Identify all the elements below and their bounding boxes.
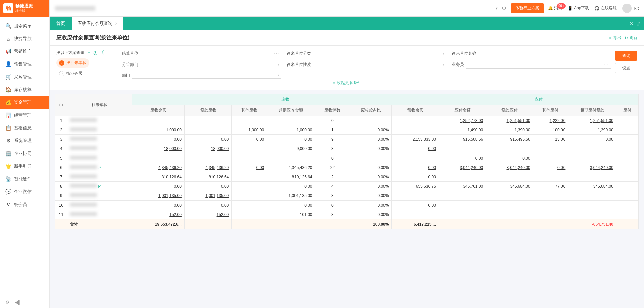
sidebar-item-finance[interactable]: 💰 资金管理 (0, 96, 49, 109)
partner-cell (67, 210, 132, 219)
search-icon: 🔍 (5, 23, 11, 29)
sidebar-item-guide[interactable]: 🌟 新手引导 (0, 160, 49, 173)
add-scheme-icon[interactable]: ＋ (87, 50, 91, 56)
table-row: 11152.00152.00101.0030.00% (55, 210, 639, 219)
sidebar-label-marketing: 营销推广 (14, 48, 32, 54)
footer-gear (55, 219, 67, 229)
partner-cell (67, 135, 132, 144)
maximize-icon[interactable]: ⤢ (636, 20, 641, 27)
sidebar-collapse-btn[interactable]: ◀▌ (15, 300, 21, 305)
salesperson-input[interactable]: ··· (466, 61, 611, 69)
sidebar-item-basic[interactable]: 📋 基础信息 (0, 122, 49, 134)
sidebar-item-sales[interactable]: 👤 销售管理 (0, 58, 49, 71)
filter-area: 按以下方案查询 ＋ ◎ 《 ✓ 按往来单位 ○ 按业务员 (50, 46, 644, 90)
col-ar-count: 应收笔数 (315, 105, 350, 116)
sidebar-item-hardware[interactable]: 📡 智能硬件 (0, 173, 49, 185)
sidebar-item-operation[interactable]: 📊 经营管理 (0, 109, 49, 122)
filter-field-settlement: 结算单位 ··· (122, 50, 281, 57)
sidebar-item-marketing[interactable]: 📢 营销推广 (0, 45, 49, 58)
sidebar-item-corp[interactable]: 🏢 企业协同 (0, 147, 49, 160)
topbar-dropdown[interactable]: ▾ (496, 6, 498, 11)
sidebar-item-wechat[interactable]: 💬 企业微信 (0, 185, 49, 198)
breadcrumb (55, 6, 492, 11)
collapse-scheme-icon[interactable]: 《 (99, 50, 104, 56)
table-row: 8 P0.000.000.0040.00%655,636.75345,761.0… (55, 182, 639, 191)
user-avatar[interactable]: Rit (622, 4, 639, 13)
online-service-label: 在线客服 (601, 5, 617, 11)
partner-name-input[interactable] (478, 52, 611, 55)
hardware-icon: 📡 (5, 176, 11, 182)
basic-icon: 📋 (5, 125, 11, 131)
page-body: 应收应付余额查询(按往来单位) ⬆ 导出 ↻ 刷新 按以下方案查询 (50, 30, 644, 308)
sidebar-footer: ⚙ ◀▌ (0, 296, 49, 308)
tab-close-icon[interactable]: × (115, 21, 117, 26)
col-payable-group: 应付 (439, 94, 638, 105)
set-button[interactable]: 设置 (615, 63, 637, 73)
footer-ar-total[interactable]: 19,553,472,6... (132, 219, 184, 229)
scheme-item-partner[interactable]: ✓ 按往来单位 (56, 58, 89, 68)
app-download-label: App下载 (574, 5, 589, 11)
scheme-item-salesperson[interactable]: ○ 按业务员 (56, 69, 117, 78)
table-settings-icon[interactable]: ⚙ (59, 102, 63, 108)
partner-cell: P (67, 182, 132, 191)
close-window-icon[interactable]: ✕ (629, 20, 634, 27)
footer-ar-count-total (315, 219, 350, 229)
filter-field-partner-name: 往来单位名称 (452, 50, 611, 57)
footer-ap-ext-total (616, 219, 638, 229)
notification-button[interactable]: 🔔 消息 99+ (548, 5, 562, 11)
department-label: 部门 (122, 73, 130, 78)
partner-nature-input[interactable]: ▾ (313, 61, 446, 68)
footer-ar-overdue-total (267, 219, 315, 229)
industry-solution-button[interactable]: 体验行业方案 (511, 3, 544, 13)
sidebar-item-purchase[interactable]: 🛒 采购管理 (0, 71, 49, 83)
guide-icon: 🌟 (5, 163, 11, 169)
sidebar-item-quick[interactable]: ⌂ 快捷导航 (0, 32, 49, 45)
sidebar-settings-btn[interactable]: ⚙ (5, 300, 9, 305)
online-service-button[interactable]: 🎧 在线客服 (594, 5, 617, 11)
refresh-icon: ↻ (625, 36, 628, 40)
scheme-header: 按以下方案查询 ＋ ◎ 《 (56, 50, 117, 56)
col-gear-header: ⚙ (55, 94, 67, 116)
filter-field-partner-category: 往来单位分类 ▾ (287, 50, 446, 57)
sidebar-label-wechat: 企业微信 (14, 189, 32, 195)
sidebar-label-operation: 经营管理 (14, 112, 32, 118)
col-ap-amount: 应付金额 (439, 105, 486, 116)
tab-ar-query[interactable]: 应收应付余额查询 × (72, 17, 123, 30)
footer-prepaid-total: 6,417,215.... (392, 219, 439, 229)
data-table: ⚙ 往来单位 应收 应付 应收金额 贷款应收 其他应收 超期应收金额 应收笔数 … (55, 94, 639, 229)
col-ap-other: 其他应付 (533, 105, 568, 116)
department-input[interactable]: ▾ (132, 72, 281, 79)
partner-cell (67, 153, 132, 163)
settlement-input[interactable]: ··· (140, 50, 281, 57)
tab-home[interactable]: 首页 (50, 17, 72, 30)
export-button[interactable]: ⬆ 导出 (608, 35, 621, 41)
scheme-salesperson-icon: ○ (59, 71, 64, 76)
query-button[interactable]: 查询 (615, 51, 637, 61)
sidebar-item-search[interactable]: 🔍 搜索菜单 (0, 19, 49, 32)
logo-text: 畅捷通账 (15, 3, 33, 9)
refresh-button[interactable]: ↻ 刷新 (625, 35, 637, 41)
filter-field-dept: 分管部门 ▾ (122, 61, 281, 69)
sidebar-item-inventory[interactable]: 🏠 库存核算 (0, 83, 49, 96)
table-footer: 合计 19,553,472,6... 100.00% 6,417,215....… (55, 219, 639, 229)
sidebar-label-inventory: 库存核算 (14, 87, 32, 93)
sidebar-item-member[interactable]: V 畅会员 (0, 198, 49, 211)
settlement-dots: ··· (274, 51, 279, 56)
dept-input[interactable]: ▾ (140, 61, 281, 68)
edit-scheme-icon[interactable]: ◎ (93, 50, 97, 55)
marketing-icon: 📢 (5, 48, 11, 54)
department-arrow: ▾ (278, 73, 279, 77)
collapse-filter-button[interactable]: ∧ 收起更多条件 (56, 79, 637, 88)
partner-nature-label: 往来单位性质 (287, 62, 311, 68)
partner-category-input[interactable]: ▾ (313, 50, 446, 57)
col-ar-overdue: 超期应收金额 (267, 105, 315, 116)
col-ar-other: 其他应收 (232, 105, 267, 116)
collapse-label: 收起更多条件 (337, 80, 361, 85)
sidebar-item-system[interactable]: ⚙ 系统管理 (0, 134, 49, 147)
sidebar-label-guide: 新手引导 (14, 163, 32, 169)
logo-icon: 畅 (3, 3, 13, 13)
logo-sub: 标准版 (15, 9, 33, 13)
app-download-button[interactable]: 📱 App下载 (568, 5, 589, 11)
scheme-selector: 按以下方案查询 ＋ ◎ 《 ✓ 按往来单位 ○ 按业务员 (56, 50, 117, 79)
topbar-gear-icon[interactable]: ⚙ (502, 5, 506, 11)
